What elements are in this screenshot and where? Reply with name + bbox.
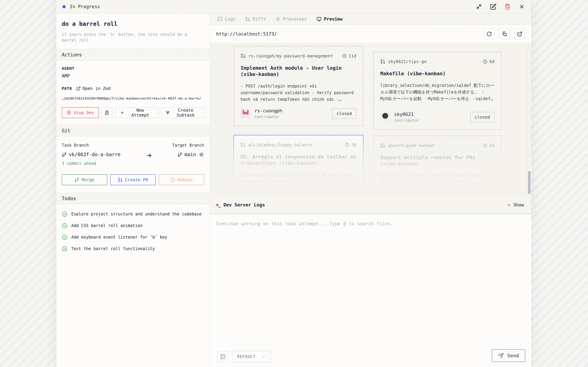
preview-url-bar: http://localhost:5173/ (210, 25, 531, 43)
show-logs-toggle[interactable]: Show (507, 202, 524, 208)
todo-item: Add CSS barrel roll animation (62, 223, 204, 229)
card-repo: alcibiadesc/happy-balance (248, 142, 312, 147)
dev-server-logs-bar[interactable]: >_ Dev Server Logs Show (210, 196, 531, 214)
attach-image-button[interactable] (217, 351, 228, 362)
status-badge: In Progress (70, 4, 100, 9)
dialog-header: In Progress (56, 0, 531, 14)
agent-label: AGENT (62, 66, 204, 71)
copy-url-button[interactable] (499, 29, 510, 39)
avatar (241, 108, 251, 118)
git-pull-request-icon (240, 142, 245, 147)
clock-icon (483, 143, 488, 148)
arrow-right-icon (146, 152, 152, 157)
git-branch-icon (75, 177, 79, 182)
card-title: UX: Arregla el responsive de toolbar en … (240, 154, 356, 166)
card-body: Option 1: Let users choose the remote Ad… (380, 172, 494, 192)
git-branch-icon (62, 152, 67, 157)
dev-logs-button[interactable] (102, 107, 112, 118)
actions-section-header: Actions (56, 49, 210, 60)
card-repo: sky0621/tips-go (388, 59, 426, 64)
tab-bar: Logs Diffs Processes Preview (210, 14, 531, 25)
composer: Continue working on this task attempt...… (210, 214, 531, 367)
status-badge: closed (470, 112, 494, 122)
git-section-header: Git (56, 125, 210, 136)
pr-card[interactable]: sky0621/tips-go 6d Makefile (vibe-kanban… (373, 52, 501, 130)
clock-icon (483, 59, 488, 64)
task-branch-label: Task Branch (62, 143, 89, 148)
variant-select[interactable]: DEFAULT (232, 351, 271, 363)
chevron-down-icon (261, 354, 266, 359)
git-pull-request-icon (245, 17, 250, 22)
message-input[interactable]: Continue working on this task attempt...… (216, 221, 393, 226)
scrollbar-thumb[interactable] (528, 171, 530, 194)
monitor-icon (316, 17, 321, 22)
card-role: Contributor (255, 115, 282, 119)
git-pull-request-icon (118, 177, 123, 182)
message-square-icon (217, 17, 223, 22)
copy-icon (502, 31, 507, 37)
todo-item: Add keyboard event listener for 'b' key (62, 234, 204, 240)
card-age: 6d (483, 59, 494, 64)
card-age: 2d (483, 143, 494, 148)
gear-icon[interactable] (199, 152, 204, 157)
trash-icon[interactable] (504, 3, 511, 10)
open-external-button[interactable] (515, 29, 525, 39)
fork-icon (166, 110, 170, 115)
card-title: Implement Auth module - User login (vibe… (241, 65, 356, 77)
worktree-path: …2dz0k7n62z93299r0000gn/T/vibe-kanban/wo… (62, 96, 204, 100)
create-pr-button[interactable]: Create PR (110, 174, 156, 185)
pr-card[interactable]: gburch/gybe-kanban 2d Support multiple r… (373, 136, 501, 196)
todo-item: Test the barrel roll functionality (62, 246, 204, 252)
new-attempt-button[interactable]: New Attempt (115, 107, 158, 118)
target-branch-label: Target Branch (172, 143, 204, 148)
send-button[interactable]: Send (492, 349, 525, 362)
card-role: Contributor (394, 118, 419, 123)
create-subtask-button[interactable]: Create Subtask (161, 107, 204, 118)
pr-card-selected[interactable]: alcibiadesc/happy-balance 3d UX: Arregla… (233, 135, 363, 196)
terminal-icon: >_ (216, 202, 220, 208)
external-link-icon (517, 31, 522, 37)
preview-panel: Logs Diffs Processes Preview http://loca… (210, 14, 531, 367)
page-title: do a barrel roll (62, 20, 204, 27)
rebase-icon (170, 177, 175, 182)
tab-diffs[interactable]: Diffs (245, 17, 266, 22)
task-dialog: In Progress do a barrel roll if users pr… (56, 0, 531, 367)
stop-circle-icon (67, 110, 71, 115)
card-title: Makefile (vibe-kanban) (380, 70, 494, 77)
task-branch-value: vk/063f-do-a-barre (62, 152, 121, 157)
merge-button[interactable]: Merge (62, 174, 107, 185)
tab-logs[interactable]: Logs (217, 17, 236, 22)
agent-value: AMP (62, 73, 204, 78)
git-pull-request-icon (380, 59, 385, 64)
external-link-icon (76, 86, 81, 91)
preview-viewport: rs-cuongph/my-password-management 11d Im… (210, 43, 531, 196)
stop-dev-button[interactable]: Stop Dev (62, 107, 99, 118)
tab-processes[interactable]: Processes (276, 17, 307, 22)
todos-section-header: Todos (56, 193, 210, 204)
card-title: Support multiple remotes for PRs (vibe-k… (380, 154, 494, 167)
paper-plane-icon (498, 353, 504, 359)
card-author: rs-cuongph (255, 108, 282, 113)
edit-icon[interactable] (490, 3, 496, 10)
card-repo: gburch/gybe-kanban (388, 143, 434, 148)
rebase-button[interactable]: Rebase (159, 174, 204, 185)
avatar (380, 112, 390, 122)
refresh-button[interactable] (484, 29, 494, 39)
pr-card[interactable]: rs-cuongph/my-password-management 11d Im… (234, 46, 363, 126)
check-circle-icon (62, 246, 68, 252)
status-dot-icon (62, 5, 66, 8)
dev-server-logs-label: Dev Server Logs (223, 202, 265, 208)
commits-ahead-status: 1 commit ahead (62, 161, 204, 166)
open-in-zed-link[interactable]: Open in Zed (76, 86, 111, 91)
clock-icon (345, 142, 350, 147)
scroll-icon (105, 110, 109, 115)
task-sidebar: do a barrel roll if users press the 'b' … (56, 14, 210, 367)
check-circle-icon (62, 234, 68, 240)
close-icon[interactable] (519, 3, 525, 10)
git-pull-request-icon (241, 53, 246, 58)
path-label: PATH (62, 86, 72, 91)
preview-url[interactable]: http://localhost:5173/ (216, 31, 277, 36)
tab-preview[interactable]: Preview (316, 17, 343, 22)
card-body: ![screenshot 2025-10-03 at 13.13.48.png]… (240, 172, 356, 192)
collapse-icon[interactable] (476, 3, 482, 10)
